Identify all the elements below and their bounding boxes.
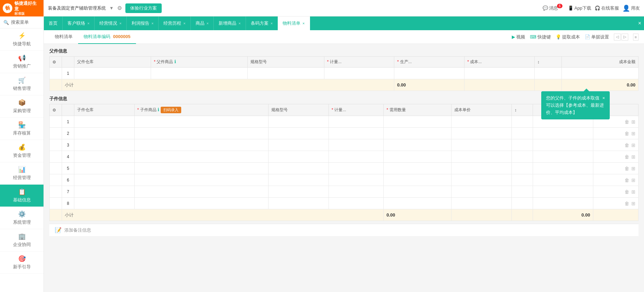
grid-view-btn[interactable]: ≡ bbox=[633, 34, 639, 40]
tab-history[interactable]: 经营历程 × bbox=[159, 16, 190, 30]
child-row6-quantity[interactable] bbox=[384, 174, 451, 186]
child-row7-unit[interactable] bbox=[329, 186, 383, 198]
child-row4-cost-price[interactable] bbox=[451, 151, 512, 163]
scan-btn[interactable]: 扫码录入 bbox=[161, 107, 181, 113]
child-row3-unit[interactable] bbox=[329, 139, 383, 151]
tab-profit-close[interactable]: × bbox=[151, 21, 153, 25]
message-btn[interactable]: 💬 消息 6 bbox=[543, 5, 565, 11]
tab-new-goods-close[interactable]: × bbox=[238, 21, 240, 25]
child-row5-goods[interactable] bbox=[134, 163, 269, 174]
sidebar-item-inventory[interactable]: 🏪 库存核算 bbox=[0, 118, 44, 140]
child-row6-warehouse[interactable] bbox=[74, 174, 135, 186]
tab-new-goods[interactable]: 新增商品 × bbox=[214, 16, 246, 30]
child-row6-cost-price[interactable] bbox=[451, 174, 512, 186]
tab-barcode-close[interactable]: × bbox=[271, 21, 273, 25]
sidebar-item-purchase[interactable]: 📦 采购管理 bbox=[0, 95, 44, 118]
child-row4-warehouse[interactable] bbox=[74, 151, 135, 163]
tab-customers[interactable]: 客户联络 × bbox=[63, 16, 95, 30]
child-row8-unit[interactable] bbox=[329, 198, 383, 209]
child-row7-cost-price[interactable] bbox=[451, 186, 512, 198]
sidebar-item-newbie[interactable]: 🎯 新手引导 bbox=[0, 252, 44, 274]
child-row8-spec[interactable] bbox=[269, 198, 329, 209]
next-record-btn[interactable]: ▷ bbox=[621, 34, 628, 40]
child-row3-spec[interactable] bbox=[269, 139, 329, 151]
child-row2-quantity[interactable] bbox=[384, 128, 451, 139]
shortcut-btn[interactable]: ⌨ 快捷键 bbox=[530, 34, 551, 40]
child-row6-unit[interactable] bbox=[329, 174, 383, 186]
app-download-btn[interactable]: 📱 App下载 bbox=[568, 5, 591, 11]
tab-history-close[interactable]: × bbox=[183, 21, 185, 25]
child-row1-spec[interactable] bbox=[269, 116, 329, 128]
child-row8-cost-price[interactable] bbox=[451, 198, 512, 209]
view-video-btn[interactable]: ▶ 视频 bbox=[512, 34, 525, 40]
parent-row1-production[interactable] bbox=[394, 68, 465, 79]
child-row8-warehouse[interactable] bbox=[74, 198, 135, 209]
copy-row-icon[interactable]: ⊞ bbox=[631, 201, 635, 206]
prev-record-btn[interactable]: ◁ bbox=[614, 34, 621, 40]
child-row5-spec[interactable] bbox=[269, 163, 329, 174]
delete-row-icon[interactable]: 🗑 bbox=[624, 154, 629, 160]
child-row1-goods[interactable] bbox=[134, 116, 269, 128]
tab-barcode[interactable]: 条码方案 × bbox=[246, 16, 278, 30]
tab-goods[interactable]: 商品 × bbox=[191, 16, 214, 30]
sidebar-item-basic-info[interactable]: 📋 基础信息 bbox=[0, 185, 44, 207]
delete-row-icon[interactable]: 🗑 bbox=[624, 166, 629, 171]
child-row5-quantity[interactable] bbox=[384, 163, 451, 174]
delete-row-icon[interactable]: 🗑 bbox=[624, 177, 629, 183]
parent-row1-cost[interactable] bbox=[465, 68, 535, 79]
single-settings-btn[interactable]: 📄 单据设置 bbox=[585, 34, 609, 40]
child-row3-warehouse[interactable] bbox=[74, 139, 135, 151]
user-btn[interactable]: 👤 用友 bbox=[622, 4, 640, 12]
copy-row-icon[interactable]: ⊞ bbox=[631, 177, 635, 183]
child-row4-quantity[interactable] bbox=[384, 151, 451, 163]
sidebar-item-system[interactable]: ⚙️ 系统管理 bbox=[0, 207, 44, 229]
child-row4-spec[interactable] bbox=[269, 151, 329, 163]
child-row7-goods[interactable] bbox=[134, 186, 269, 198]
copy-row-icon[interactable]: ⊞ bbox=[631, 131, 635, 136]
copy-row-icon[interactable]: ⊞ bbox=[631, 189, 635, 195]
child-row6-spec[interactable] bbox=[269, 174, 329, 186]
extract-cost-btn[interactable]: 💡 提取成本 bbox=[556, 34, 580, 40]
copy-row-icon[interactable]: ⊞ bbox=[631, 142, 635, 148]
delete-row-icon[interactable]: 🗑 bbox=[624, 142, 629, 148]
child-row7-quantity[interactable] bbox=[384, 186, 451, 198]
child-row5-warehouse[interactable] bbox=[74, 163, 135, 174]
sidebar-item-operations[interactable]: 📊 经营管理 bbox=[0, 162, 44, 185]
child-row4-unit[interactable] bbox=[329, 151, 383, 163]
delete-row-icon[interactable]: 🗑 bbox=[624, 131, 629, 136]
tab-home[interactable]: 首页 bbox=[44, 16, 63, 30]
child-row1-quantity[interactable] bbox=[384, 116, 451, 128]
dropdown-icon[interactable]: ▼ bbox=[109, 5, 114, 11]
bottom-hint[interactable]: 📝 添加备注信息 bbox=[49, 224, 639, 236]
sidebar-item-marketing[interactable]: 📢 营销推广 bbox=[0, 51, 44, 73]
child-row2-cost-price[interactable] bbox=[451, 128, 512, 139]
delete-row-icon[interactable]: 🗑 bbox=[624, 201, 629, 206]
copy-row-icon[interactable]: ⊞ bbox=[631, 166, 635, 171]
online-service-btn[interactable]: 🎧 在线客服 bbox=[595, 5, 619, 11]
parent-row1-warehouse[interactable] bbox=[74, 68, 151, 79]
tab-bom[interactable]: 物料清单 × bbox=[278, 16, 310, 30]
child-row3-cost-price[interactable] bbox=[451, 139, 512, 151]
child-row2-warehouse[interactable] bbox=[74, 128, 135, 139]
child-row1-warehouse[interactable] bbox=[74, 116, 135, 128]
tab-customers-close[interactable]: × bbox=[87, 21, 89, 25]
child-row7-warehouse[interactable] bbox=[74, 186, 135, 198]
child-row8-quantity[interactable] bbox=[384, 198, 451, 209]
tab-operations-close[interactable]: × bbox=[119, 21, 121, 25]
tab-goods-close[interactable]: × bbox=[207, 21, 209, 25]
child-row2-spec[interactable] bbox=[269, 128, 329, 139]
parent-col-settings[interactable]: ⚙ bbox=[50, 57, 62, 68]
close-all-tabs[interactable]: × bbox=[638, 20, 641, 26]
tab-operations[interactable]: 经营情况 × bbox=[95, 16, 126, 30]
child-row7-spec[interactable] bbox=[269, 186, 329, 198]
sidebar-item-finance[interactable]: 💰 资金管理 bbox=[0, 140, 44, 162]
child-col-settings[interactable]: ⚙ bbox=[50, 104, 62, 116]
trial-btn[interactable]: 体验行业方案 bbox=[125, 3, 162, 13]
sidebar-item-quick-nav[interactable]: ⚡ 快捷导航 bbox=[0, 28, 44, 51]
copy-row-icon[interactable]: ⊞ bbox=[631, 119, 635, 125]
child-row5-cost-price[interactable] bbox=[451, 163, 512, 174]
search-menu[interactable]: 🔍 搜索菜单 bbox=[0, 16, 44, 28]
child-row5-unit[interactable] bbox=[329, 163, 383, 174]
delete-row-icon[interactable]: 🗑 bbox=[624, 119, 629, 125]
child-row4-goods[interactable] bbox=[134, 151, 269, 163]
